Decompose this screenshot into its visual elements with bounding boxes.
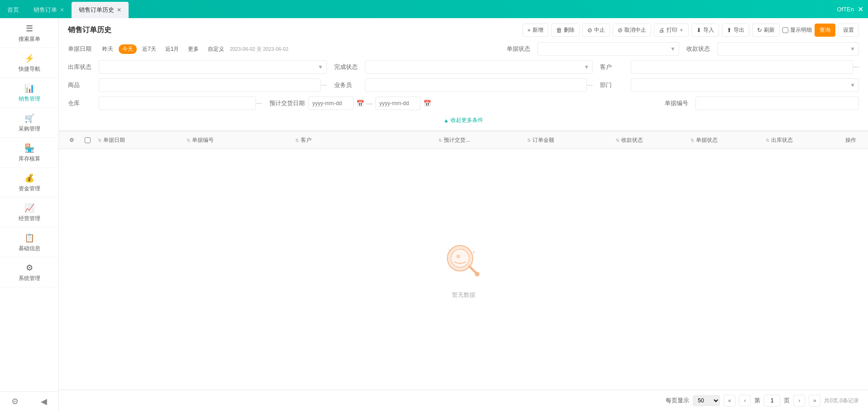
next-page-button[interactable]: › — [793, 395, 805, 406]
warehouse-dots-icon[interactable]: ··· — [256, 99, 262, 107]
customer-input[interactable] — [631, 60, 853, 74]
sort-no-icon[interactable]: ⇅ — [187, 138, 190, 143]
quick-nav-icon: ⚡ — [24, 53, 34, 63]
date-filter-label: 单据日期 — [68, 45, 95, 53]
warehouse-status-select[interactable] — [99, 60, 327, 74]
filter-order-status: 单据状态 ▼ — [507, 42, 679, 56]
date-range-text: 2023-06-02 至 2023-06-02 — [230, 46, 288, 53]
tab-sales-order[interactable]: 销售订单 ✕ — [26, 2, 72, 18]
prev-page-button[interactable]: ‹ — [739, 395, 751, 406]
filter-row-2: 出库状态 ▼ 完成状态 — [68, 60, 859, 74]
date-tag-last7[interactable]: 近7天 — [139, 44, 160, 54]
sort-amount-icon[interactable]: ⇅ — [527, 138, 531, 143]
operations-icon: 📈 — [24, 203, 34, 213]
goods-dots-icon[interactable]: ··· — [321, 81, 326, 89]
date-tag-group: 昨天 今天 近7天 近1月 更多 自定义 — [99, 44, 228, 54]
tab-sales-order-history[interactable]: 销售订单历史 ✕ — [72, 2, 129, 18]
filter-warehouse-status: 出库状态 ▼ — [68, 60, 327, 74]
warehouse-control: ··· — [99, 97, 262, 110]
date-tag-last1month[interactable]: 近1月 — [162, 44, 183, 54]
receipt-status-select[interactable] — [717, 42, 859, 56]
order-no-control — [695, 97, 859, 110]
order-status-select[interactable] — [537, 42, 679, 56]
last-page-button[interactable]: » — [809, 395, 820, 406]
top-bar-close-icon[interactable]: ✕ — [858, 5, 863, 14]
goods-input[interactable] — [99, 78, 321, 92]
page-size-select[interactable]: 50 10 20 100 — [693, 395, 720, 406]
sidebar-item-base-info[interactable]: 📋 基础信息 — [0, 227, 58, 257]
complete-status-select[interactable] — [365, 60, 593, 74]
export-button[interactable]: ⬆ 导出 — [722, 24, 749, 37]
date-tag-more[interactable]: 更多 — [184, 44, 202, 54]
sort-order-status-icon[interactable]: ⇅ — [691, 138, 694, 143]
page-number-input[interactable] — [764, 395, 780, 406]
settings-button[interactable]: 设置 — [838, 24, 859, 37]
delete-button[interactable]: 🗑 删除 — [551, 24, 580, 37]
print-button[interactable]: 🖨 打印 ▼ — [654, 24, 689, 37]
sidebar-item-finance[interactable]: 💰 资金管理 — [0, 168, 58, 198]
often-text: OfTEn — [837, 6, 854, 13]
tab-sales-order-history-label: 销售订单历史 — [79, 6, 114, 14]
th-receipt: ⇅ 收款状态 — [612, 136, 687, 144]
tab-sales-order-close[interactable]: ✕ — [60, 7, 64, 13]
filter-department: 部门 ▼ — [600, 78, 859, 92]
select-all-checkbox[interactable] — [85, 137, 91, 143]
sidebar-item-sys-mgmt[interactable]: ⚙ 系统管理 — [0, 257, 58, 287]
warehouse-input[interactable] — [99, 97, 256, 110]
tab-home[interactable]: 首页 — [0, 2, 26, 18]
date-tag-custom[interactable]: 自定义 — [204, 44, 228, 54]
sort-receipt-icon[interactable]: ⇅ — [616, 138, 619, 143]
sort-date-icon[interactable]: ⇅ — [98, 138, 101, 143]
show-detail-checkbox-label[interactable]: 显示明细 — [782, 26, 812, 34]
collapse-button[interactable]: ▲ 收起更多条件 — [442, 115, 485, 126]
import-button[interactable]: ⬇ 导入 — [691, 24, 719, 37]
customer-dots-icon[interactable]: ··· — [853, 63, 859, 71]
show-detail-checkbox[interactable] — [782, 27, 788, 33]
stop-button[interactable]: ⊘ 中止 — [582, 24, 610, 37]
empty-illustration: ✦ ✦ — [441, 240, 486, 285]
settings-bottom-icon[interactable]: ⚙ — [11, 396, 19, 406]
table-settings-icon[interactable]: ⚙ — [69, 137, 74, 143]
refresh-button[interactable]: ↻ 刷新 — [752, 24, 780, 37]
salesperson-input[interactable] — [365, 78, 587, 92]
page-size-label: 每页显示 — [666, 396, 689, 405]
delivery-date-start[interactable] — [308, 97, 354, 110]
sidebar-item-operations[interactable]: 📈 经营管理 — [0, 198, 58, 227]
add-button[interactable]: + 新增 — [523, 24, 549, 37]
order-no-input[interactable] — [695, 97, 859, 110]
collapse-icon[interactable]: ◀ — [41, 396, 47, 406]
filter-complete-status: 完成状态 ▼ — [334, 60, 593, 74]
department-select[interactable] — [631, 78, 859, 92]
salesperson-dots-icon[interactable]: ··· — [587, 81, 593, 89]
query-button[interactable]: 查询 — [815, 24, 835, 37]
th-checkbox[interactable] — [81, 137, 94, 143]
date-tag-yesterday[interactable]: 昨天 — [99, 44, 117, 54]
tab-sales-order-history-close[interactable]: ✕ — [117, 7, 121, 13]
collapse-label: 收起更多条件 — [451, 116, 483, 124]
sort-warehouse-icon[interactable]: ⇅ — [766, 138, 769, 143]
import-icon: ⬇ — [696, 27, 701, 34]
date-tag-today[interactable]: 今天 — [119, 44, 137, 54]
th-amount: ⇅ 订单金额 — [523, 136, 612, 144]
th-delivery: ⇅ 预计交货... — [435, 136, 523, 144]
page-label: 第 — [754, 396, 760, 405]
th-action: 操作 — [837, 136, 864, 144]
sidebar-item-quick-nav[interactable]: ⚡ 快捷导航 — [0, 48, 58, 78]
th-settings[interactable]: ⚙ — [62, 137, 81, 143]
sort-customer-icon[interactable]: ⇅ — [295, 138, 299, 143]
cancel-stop-button[interactable]: ⊘ 取消中止 — [613, 24, 651, 37]
delivery-date-end[interactable] — [375, 97, 421, 110]
sidebar-item-inventory[interactable]: 🏪 库存核算 — [0, 138, 58, 168]
salesperson-control: ··· — [365, 78, 593, 92]
sidebar-item-search-menu[interactable]: ☰ 搜索菜单 — [0, 18, 58, 48]
inventory-icon: 🏪 — [24, 143, 34, 153]
filter-warehouse: 仓库 ··· — [68, 97, 262, 110]
sidebar-item-operations-label: 经营管理 — [19, 215, 40, 222]
top-bar: 首页 销售订单 ✕ 销售订单历史 ✕ OfTEn ✕ — [0, 0, 868, 18]
add-label: 新增 — [532, 26, 543, 34]
sort-delivery-icon[interactable]: ⇅ — [438, 138, 442, 143]
sidebar-item-purchase-mgmt[interactable]: 🛒 采购管理 — [0, 108, 58, 138]
sidebar-item-sales-mgmt[interactable]: 📊 销售管理 — [0, 78, 58, 108]
first-page-button[interactable]: « — [724, 395, 735, 406]
svg-point-3 — [475, 272, 480, 276]
